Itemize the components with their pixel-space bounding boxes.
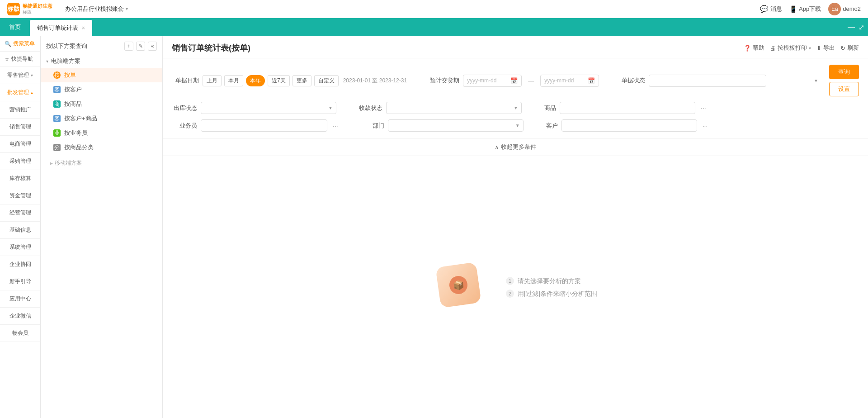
- scheme-item-by-salesperson[interactable]: 业 按业务员: [41, 126, 162, 140]
- scheme-item-by-customer[interactable]: 客 按客户: [41, 82, 162, 97]
- message-icon: 💬: [760, 5, 769, 13]
- print-button[interactable]: 🖨 按模板打印 ▾: [770, 44, 811, 52]
- left-panel-actions: + ✎ «: [124, 42, 157, 51]
- add-scheme-button[interactable]: +: [124, 42, 133, 51]
- date-buttons: 上月 本月 本年 近7天 更多 自定义 2023-01-01 至 2023-12…: [203, 75, 407, 86]
- expected-date-start-input[interactable]: yyyy-mm-dd 📅: [463, 75, 522, 87]
- help-icon: ❓: [744, 45, 751, 52]
- collapse-chevron-icon: ∧: [495, 144, 499, 151]
- app-download-label: App下载: [799, 5, 821, 13]
- tab-active[interactable]: 销售订单统计表 ×: [30, 20, 92, 36]
- export-button[interactable]: ⬇ 导出: [816, 44, 835, 52]
- tab-home[interactable]: 首页: [0, 18, 30, 36]
- chevron-down-icon: ▾: [31, 73, 33, 78]
- filter-expected-date-item: 预计交货期 yyyy-mm-dd 📅 — yyyy-mm-dd 📅: [428, 75, 599, 87]
- tab-close-icon[interactable]: ×: [82, 25, 85, 31]
- product-dots-btn[interactable]: ···: [701, 104, 706, 112]
- customer-dots-btn[interactable]: ···: [703, 122, 708, 129]
- empty-box: 📦: [435, 262, 481, 308]
- sidebar-item-guide[interactable]: 新手引导: [0, 273, 40, 290]
- edit-icon: ✎: [138, 43, 143, 49]
- sidebar-item-basic[interactable]: 基础信息: [0, 222, 40, 239]
- sidebar-item-wholesale-label: 批发管理: [7, 89, 29, 96]
- user-menu[interactable]: Ea demo2: [828, 3, 861, 15]
- sidebar-item-purchase[interactable]: 采购管理: [0, 153, 40, 170]
- collapse-button[interactable]: ∧ 收起更多条件: [495, 143, 536, 151]
- payment-status-select[interactable]: [386, 102, 522, 114]
- scheme-label-salesperson: 按业务员: [64, 129, 88, 137]
- sidebar-quick-nav[interactable]: ☆ 快捷导航: [0, 52, 40, 67]
- delivery-status-select[interactable]: [201, 102, 336, 114]
- refresh-button[interactable]: ↻ 刷新: [840, 44, 859, 52]
- sidebar-item-operation[interactable]: 经营管理: [0, 204, 40, 222]
- sidebar-item-wholesale[interactable]: 批发管理 ▴: [0, 84, 40, 101]
- sidebar-item-apps[interactable]: 应用中心: [0, 290, 40, 308]
- calendar-icon: 📅: [510, 77, 518, 84]
- sidebar-item-sales[interactable]: 销售管理: [0, 119, 40, 136]
- salesperson-dots-btn[interactable]: ···: [333, 122, 338, 129]
- main-layout: 🔍 搜索菜单 ☆ 快捷导航 零售管理 ▾ 批发管理 ▴ 营销推广 销售管理 电商…: [0, 36, 868, 418]
- date-label: 单据日期: [172, 76, 199, 85]
- content-area: 按以下方案查询 + ✎ « ▾ 电脑端方案: [41, 36, 868, 418]
- sidebar-item-member[interactable]: 畅会员: [0, 325, 40, 342]
- delivery-status-select-wrap: [201, 102, 336, 114]
- settings-button[interactable]: 设置: [829, 82, 859, 96]
- scheme-item-by-order[interactable]: 按 按单: [41, 68, 162, 82]
- app-selector[interactable]: 办公用品行业模拟账套 ▾: [65, 5, 128, 13]
- filter-delivery-status-item: 出库状态: [172, 102, 336, 114]
- sidebar-item-ecommerce[interactable]: 电商管理: [0, 136, 40, 153]
- sidebar-item-system[interactable]: 系统管理: [0, 239, 40, 256]
- pc-scheme-section: ▾ 电脑端方案 按 按单 客 按客户 商 按商品 客 按客户+商品: [41, 54, 162, 155]
- pc-scheme-group[interactable]: ▾ 电脑端方案: [41, 54, 162, 68]
- more-btn[interactable]: 更多: [292, 75, 311, 86]
- sidebar-item-member-label: 畅会员: [12, 329, 28, 337]
- scheme-item-by-category[interactable]: 分 按商品分类: [41, 140, 162, 155]
- product-input[interactable]: [560, 102, 695, 114]
- last-month-btn[interactable]: 上月: [203, 75, 222, 86]
- refresh-icon: ↻: [840, 45, 845, 52]
- date-range-text: 2023-01-01 至 2023-12-31: [343, 77, 407, 85]
- edit-scheme-button[interactable]: ✎: [136, 42, 145, 51]
- mobile-scheme-section[interactable]: ▶ 移动端方案: [41, 157, 162, 170]
- department-select-wrap: [388, 119, 524, 132]
- collapse-text: 收起更多条件: [501, 143, 536, 151]
- sidebar-item-enterprise[interactable]: 企业协同: [0, 256, 40, 273]
- sidebar-item-finance[interactable]: 资金管理: [0, 187, 40, 204]
- scheme-item-by-customer-product[interactable]: 客 按客户+商品: [41, 111, 162, 126]
- scheme-label-product: 按商品: [64, 100, 82, 108]
- sidebar-item-marketing[interactable]: 营销推广: [0, 101, 40, 119]
- maximize-icon[interactable]: ⤢: [859, 23, 864, 32]
- salesperson-input[interactable]: [201, 119, 327, 132]
- sidebar-search[interactable]: 🔍 搜索菜单: [0, 36, 40, 52]
- scheme-item-by-product[interactable]: 商 按商品: [41, 97, 162, 111]
- current-year-btn[interactable]: 本年: [246, 75, 265, 86]
- department-select[interactable]: [388, 119, 524, 132]
- sidebar-item-inventory[interactable]: 库存核算: [0, 170, 40, 187]
- tab-bar-actions: — ⤢: [848, 18, 868, 36]
- doc-status-select[interactable]: [649, 75, 766, 87]
- customer-input[interactable]: [561, 119, 697, 132]
- scheme-icon-customer-product: 客: [53, 115, 61, 122]
- query-button[interactable]: 查询: [829, 65, 859, 79]
- pc-scheme-label: 电脑端方案: [51, 57, 80, 65]
- sidebar-item-retail[interactable]: 零售管理 ▾: [0, 67, 40, 84]
- logo-line2: 标版: [23, 9, 52, 15]
- refresh-label: 刷新: [847, 44, 859, 52]
- expected-date-end-input[interactable]: yyyy-mm-dd 📅: [540, 75, 599, 87]
- minimize-icon[interactable]: —: [848, 23, 855, 31]
- app-download-btn[interactable]: 📱 App下载: [789, 5, 821, 13]
- sidebar-item-wechat[interactable]: 企业微信: [0, 308, 40, 325]
- last7-btn[interactable]: 近7天: [268, 75, 290, 86]
- collapse-panel-button[interactable]: «: [148, 42, 157, 51]
- nav-icon: ☆: [5, 56, 9, 62]
- filter-date-item: 单据日期 上月 本月 本年 近7天 更多 自定义 2023-01-01 至 20…: [172, 75, 407, 86]
- help-button[interactable]: ❓ 帮助: [744, 44, 764, 52]
- custom-btn[interactable]: 自定义: [314, 75, 339, 86]
- this-month-btn[interactable]: 本月: [224, 75, 243, 86]
- salesperson-label: 业务员: [172, 122, 197, 130]
- query-settings-group: 查询 设置: [829, 65, 859, 96]
- date-placeholder-end: yyyy-mm-dd: [544, 77, 574, 84]
- hint-text-2: 用[过滤]条件来缩小分析范围: [518, 287, 597, 300]
- message-btn[interactable]: 💬 消息: [760, 5, 782, 13]
- sidebar-item-wechat-label: 企业微信: [9, 312, 31, 320]
